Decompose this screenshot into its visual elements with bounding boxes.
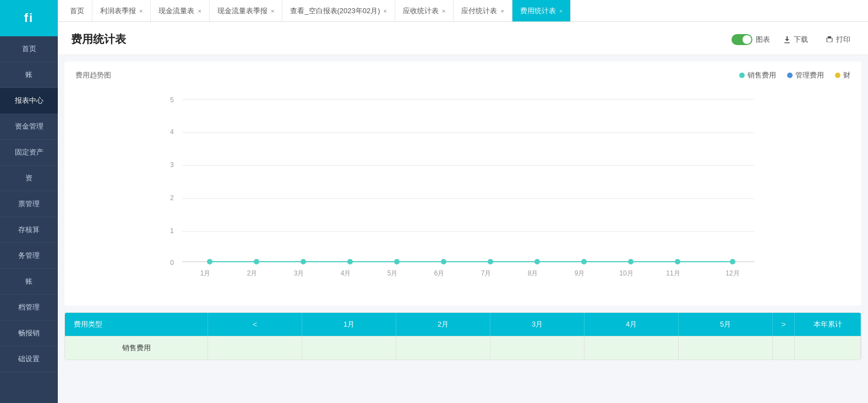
- tab-payable-close[interactable]: ×: [500, 8, 504, 14]
- svg-text:8月: 8月: [528, 269, 538, 277]
- legend-finance-label: 财: [843, 70, 850, 80]
- svg-text:0: 0: [170, 259, 174, 267]
- tab-cashflow[interactable]: 现金流量表 ×: [151, 0, 209, 22]
- trend-chart: 5 4 3 2 1 0: [75, 86, 850, 289]
- chart-legend: 销售费用 管理费用 财: [739, 70, 850, 80]
- nav-next-cell[interactable]: >: [773, 313, 795, 336]
- sidebar-item-fund[interactable]: 资金管理: [0, 114, 58, 140]
- svg-point-18: [207, 259, 212, 264]
- sidebar-item-inventory[interactable]: 存核算: [0, 217, 58, 243]
- tab-expense-close[interactable]: ×: [559, 8, 563, 14]
- tab-blank-close[interactable]: ×: [384, 8, 387, 14]
- legend-admin-label: 管理费用: [795, 70, 824, 80]
- toggle-label: 图表: [756, 35, 770, 45]
- table-section: 费用类型 < 1月 2月 3月 4月 5月: [64, 312, 861, 360]
- tab-profit[interactable]: 利润表季报 ×: [92, 0, 151, 22]
- svg-text:11月: 11月: [666, 269, 680, 277]
- svg-point-19: [254, 259, 259, 264]
- legend-sales: 销售费用: [739, 70, 776, 80]
- legend-admin: 管理费用: [787, 70, 824, 80]
- col-type: 费用类型: [65, 313, 208, 336]
- tab-payable[interactable]: 应付统计表 ×: [454, 0, 512, 22]
- nav-next-arrow[interactable]: >: [781, 320, 785, 329]
- nav-prev-cell[interactable]: <: [208, 313, 302, 336]
- toggle-track[interactable]: [731, 34, 752, 45]
- tab-cashflow-q-close[interactable]: ×: [271, 8, 274, 14]
- svg-text:6月: 6月: [434, 269, 445, 277]
- row-nav-next: [773, 336, 795, 360]
- svg-point-28: [675, 259, 680, 264]
- chart-title: 费用趋势图: [75, 70, 111, 80]
- legend-sales-dot: [739, 73, 745, 78]
- sidebar-item-invoice[interactable]: 票管理: [0, 191, 58, 217]
- row-ytd: [795, 336, 861, 360]
- col-jan: 1月: [302, 313, 396, 336]
- svg-text:9月: 9月: [575, 269, 585, 277]
- col-feb: 2月: [396, 313, 490, 336]
- legend-admin-dot: [787, 73, 793, 78]
- sidebar-item-account[interactable]: 账: [0, 269, 58, 295]
- row-mar: [490, 336, 585, 360]
- sidebar-item-writeoff[interactable]: 畅报销: [0, 321, 58, 346]
- sidebar-item-settings[interactable]: 础设置: [0, 346, 58, 372]
- nav-prev-arrow[interactable]: <: [253, 320, 257, 329]
- header-actions: 图表 下载 打印: [731, 32, 855, 47]
- svg-text:1月: 1月: [200, 269, 211, 277]
- row-may: [679, 336, 773, 360]
- svg-point-26: [581, 259, 587, 264]
- tab-bar: 首页 利润表季报 × 现金流量表 × 现金流量表季报 × 查看_空白报表(202…: [58, 0, 868, 22]
- tab-blank[interactable]: 查看_空白报表(2023年02月) ×: [282, 0, 395, 22]
- svg-text:5月: 5月: [387, 269, 398, 277]
- tab-receivable[interactable]: 应收统计表 ×: [395, 0, 454, 22]
- sidebar: fi 首页 账 报表中心 资金管理 固定资产 资 票管理 存核算 务管理 账 档…: [0, 0, 58, 403]
- sidebar-item-home[interactable]: 首页: [0, 36, 58, 62]
- svg-point-23: [441, 259, 446, 264]
- svg-text:3月: 3月: [294, 269, 304, 277]
- row-type-label: 销售费用: [65, 336, 208, 360]
- sidebar-item-salary[interactable]: 资: [0, 165, 58, 191]
- tab-cashflow-q[interactable]: 现金流量表季报 ×: [210, 0, 282, 22]
- content-area: 费用统计表 图表 下载: [58, 22, 868, 403]
- col-ytd: 本年累计: [795, 313, 861, 336]
- legend-sales-label: 销售费用: [747, 70, 776, 80]
- row-apr: [585, 336, 679, 360]
- tab-home[interactable]: 首页: [62, 0, 92, 22]
- tab-expense[interactable]: 费用统计表 ×: [512, 0, 571, 22]
- sidebar-item-assets[interactable]: 固定资产: [0, 140, 58, 165]
- svg-point-21: [347, 259, 353, 264]
- row-nav-prev: [208, 336, 302, 360]
- svg-text:4: 4: [170, 128, 174, 136]
- svg-point-20: [301, 259, 306, 264]
- svg-text:2: 2: [170, 194, 174, 202]
- sidebar-logo: fi: [0, 0, 58, 36]
- print-button[interactable]: 打印: [821, 32, 855, 47]
- sidebar-item-ledger[interactable]: 账: [0, 62, 58, 88]
- svg-rect-4: [828, 41, 831, 42]
- chart-section: 费用趋势图 销售费用 管理费用 财: [64, 62, 861, 306]
- svg-rect-3: [828, 40, 831, 41]
- col-apr: 4月: [585, 313, 679, 336]
- tab-profit-close[interactable]: ×: [139, 8, 143, 14]
- sidebar-item-report[interactable]: 报表中心: [0, 88, 58, 114]
- toggle-thumb: [743, 35, 751, 44]
- row-feb: [396, 336, 490, 360]
- row-jan: [302, 336, 396, 360]
- print-icon: [826, 36, 833, 43]
- col-mar: 3月: [490, 313, 585, 336]
- page-header: 费用统计表 图表 下载: [58, 22, 868, 55]
- svg-text:12月: 12月: [725, 269, 739, 277]
- page-title: 费用统计表: [71, 32, 126, 47]
- tab-cashflow-close[interactable]: ×: [198, 8, 201, 14]
- svg-text:1: 1: [170, 227, 174, 235]
- svg-text:5: 5: [170, 96, 174, 104]
- svg-text:10月: 10月: [619, 269, 633, 277]
- download-button[interactable]: 下载: [779, 32, 812, 47]
- sidebar-item-archive[interactable]: 档管理: [0, 295, 58, 321]
- sidebar-item-service[interactable]: 务管理: [0, 243, 58, 269]
- tab-receivable-close[interactable]: ×: [442, 8, 445, 14]
- svg-point-29: [730, 259, 735, 264]
- svg-text:4月: 4月: [341, 269, 351, 277]
- legend-finance: 财: [835, 70, 850, 80]
- download-icon: [783, 36, 791, 43]
- chart-toggle[interactable]: 图表: [731, 34, 770, 45]
